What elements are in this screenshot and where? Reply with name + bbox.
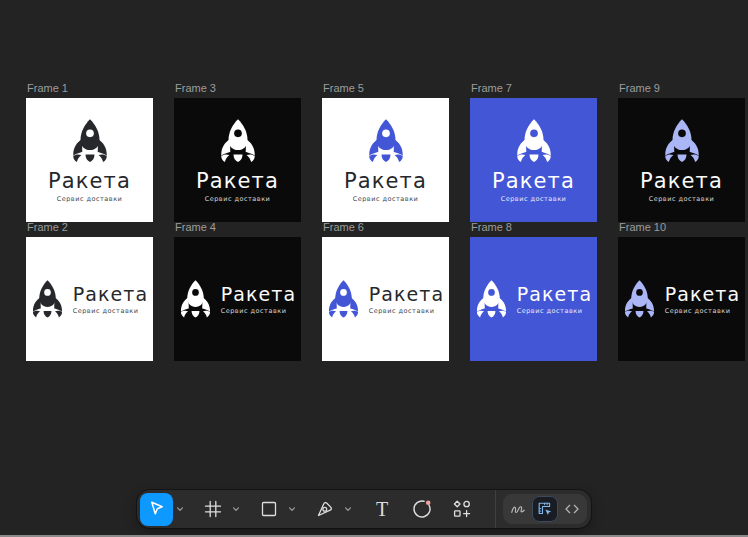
rocket-logo-vertical: Ракета Сервис доставки xyxy=(470,98,597,222)
pen-tool-button[interactable] xyxy=(309,493,341,525)
draw-mode-button[interactable] xyxy=(505,496,531,522)
logo-title: Ракета xyxy=(492,169,575,193)
pen-nib-icon xyxy=(313,497,337,521)
logo-subtitle: Сервис доставки xyxy=(369,307,435,315)
canvas-frame[interactable]: Frame 3 Ракета Сервис доставки xyxy=(174,98,301,222)
rocket-icon xyxy=(475,279,508,320)
design-mode-button[interactable] xyxy=(532,496,558,522)
logo-subtitle: Сервис доставки xyxy=(517,307,583,315)
rocket-icon xyxy=(623,279,656,320)
shape-tool-button[interactable] xyxy=(253,493,285,525)
text-tool-icon: T xyxy=(376,499,388,519)
rocket-icon xyxy=(219,118,257,165)
move-tool-group xyxy=(140,493,187,526)
canvas-frame[interactable]: Frame 10 Ракета Сервис доставки xyxy=(618,237,745,361)
pen-tool-group xyxy=(309,493,355,525)
frame-label[interactable]: Frame 1 xyxy=(27,82,68,94)
logo-title: Ракета xyxy=(369,283,445,305)
logo-text: Ракета Сервис доставки xyxy=(48,169,131,203)
frame-label[interactable]: Frame 7 xyxy=(471,82,512,94)
logo-text: Ракета Сервис доставки xyxy=(221,283,297,315)
shape-tool-group xyxy=(253,493,299,525)
logo-title: Ракета xyxy=(48,169,131,193)
rocket-logo-horizontal: Ракета Сервис доставки xyxy=(174,237,301,361)
logo-subtitle: Сервис доставки xyxy=(353,195,419,203)
frame-label[interactable]: Frame 10 xyxy=(619,221,666,233)
canvas-frame[interactable]: Frame 7 Ракета Сервис доставки xyxy=(470,98,597,222)
logo-subtitle: Сервис доставки xyxy=(665,307,731,315)
logo-title: Ракета xyxy=(517,283,593,305)
logo-subtitle: Сервис доставки xyxy=(73,307,139,315)
logo-title: Ракета xyxy=(221,283,297,305)
logo-subtitle: Сервис доставки xyxy=(221,307,287,315)
frame-tool-group xyxy=(197,493,243,525)
logo-title: Ракета xyxy=(73,283,149,305)
toolbar-divider xyxy=(495,490,496,528)
chevron-down-icon[interactable] xyxy=(173,502,187,516)
logo-text: Ракета Сервис доставки xyxy=(517,283,593,315)
logo-subtitle: Сервис доставки xyxy=(649,195,715,203)
move-tool-button[interactable] xyxy=(140,493,173,526)
rocket-logo-vertical: Ракета Сервис доставки xyxy=(322,98,449,222)
rocket-logo-horizontal: Ракета Сервис доставки xyxy=(470,237,597,361)
scribble-icon xyxy=(508,499,528,519)
logo-title: Ракета xyxy=(196,169,279,193)
chevron-down-icon[interactable] xyxy=(285,502,299,516)
logo-subtitle: Сервис доставки xyxy=(501,195,567,203)
logo-title: Ракета xyxy=(344,169,427,193)
rocket-icon xyxy=(31,279,64,320)
frame-label[interactable]: Frame 2 xyxy=(27,221,68,233)
logo-text: Ракета Сервис доставки xyxy=(369,283,445,315)
frame-label[interactable]: Frame 6 xyxy=(323,221,364,233)
logo-title: Ракета xyxy=(640,169,723,193)
resources-button[interactable] xyxy=(445,493,479,525)
rocket-icon xyxy=(367,118,405,165)
rocket-icon xyxy=(663,118,701,165)
actions-circle-icon xyxy=(410,497,434,521)
frame-label[interactable]: Frame 3 xyxy=(175,82,216,94)
rocket-logo-horizontal: Ракета Сервис доставки xyxy=(322,237,449,361)
canvas-frame[interactable]: Frame 2 Ракета Сервис доставки xyxy=(26,237,153,361)
rocket-logo-horizontal: Ракета Сервис доставки xyxy=(26,237,153,361)
ruler-cursor-icon xyxy=(535,499,555,519)
canvas-frame[interactable]: Frame 5 Ракета Сервис доставки xyxy=(322,98,449,222)
canvas-frame[interactable]: Frame 1 Ракета Сервис доставки xyxy=(26,98,153,222)
logo-text: Ракета Сервис доставки xyxy=(492,169,575,203)
rocket-logo-vertical: Ракета Сервис доставки xyxy=(618,98,745,222)
logo-text: Ракета Сервис доставки xyxy=(640,169,723,203)
logo-text: Ракета Сервис доставки xyxy=(665,283,741,315)
logo-subtitle: Сервис доставки xyxy=(205,195,271,203)
cursor-arrow xyxy=(545,509,551,515)
canvas-frame[interactable]: Frame 8 Ракета Сервис доставки xyxy=(470,237,597,361)
logo-text: Ракета Сервис доставки xyxy=(73,283,149,315)
rocket-icon xyxy=(515,118,553,165)
rocket-icon xyxy=(327,279,360,320)
move-cursor-icon xyxy=(145,497,169,521)
canvas-frame[interactable]: Frame 9 Ракета Сервис доставки xyxy=(618,98,745,222)
rocket-logo-horizontal: Ракета Сервис доставки xyxy=(618,237,745,361)
frame-label[interactable]: Frame 5 xyxy=(323,82,364,94)
figma-dark-canvas: { "palette":{ "canvas":"#232323", "toolb… xyxy=(0,0,748,537)
frame-label[interactable]: Frame 8 xyxy=(471,221,512,233)
shapes-plus-icon xyxy=(450,497,474,521)
logo-text: Ракета Сервис доставки xyxy=(196,169,279,203)
mode-switcher xyxy=(503,494,587,524)
frame-label[interactable]: Frame 9 xyxy=(619,82,660,94)
logo-title: Ракета xyxy=(665,283,741,305)
rocket-icon xyxy=(71,118,109,165)
rocket-logo-vertical: Ракета Сервис доставки xyxy=(26,98,153,222)
text-tool-button[interactable]: T xyxy=(365,493,399,525)
canvas-frame[interactable]: Frame 4 Ракета Сервис доставки xyxy=(174,237,301,361)
code-icon xyxy=(562,499,582,519)
chevron-down-icon[interactable] xyxy=(229,502,243,516)
frame-grid-icon xyxy=(201,497,225,521)
actions-button[interactable] xyxy=(405,493,439,525)
frame-tool-button[interactable] xyxy=(197,493,229,525)
frame-label[interactable]: Frame 4 xyxy=(175,221,216,233)
notification-dot xyxy=(426,501,431,506)
logo-subtitle: Сервис доставки xyxy=(57,195,123,203)
rocket-icon xyxy=(179,279,212,320)
dev-mode-button[interactable] xyxy=(559,496,585,522)
chevron-down-icon[interactable] xyxy=(341,502,355,516)
canvas-frame[interactable]: Frame 6 Ракета Сервис доставки xyxy=(322,237,449,361)
